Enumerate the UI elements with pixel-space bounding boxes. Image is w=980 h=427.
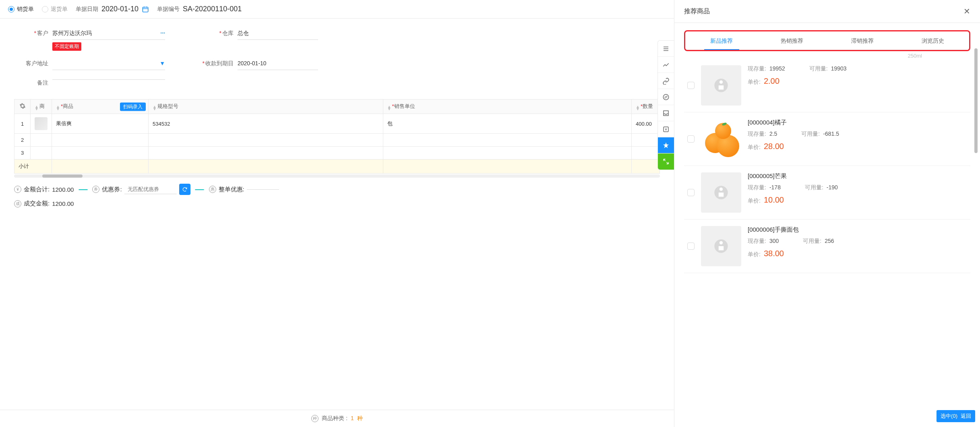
- stock-value: 2.5: [769, 131, 777, 138]
- warehouse-input[interactable]: 总仓: [238, 27, 318, 40]
- row-spec-cell[interactable]: [149, 134, 383, 147]
- coupon-input[interactable]: [124, 184, 177, 194]
- more-dots-icon[interactable]: ···: [160, 28, 165, 38]
- col-spec-header[interactable]: ▲▼规格型号: [149, 99, 383, 114]
- sales-order-panel: 销货单 退货单 单据日期 2020-01-10 单据编号 SA-20200110…: [0, 0, 674, 427]
- col-qty-header[interactable]: ▲▼*数量: [632, 99, 660, 114]
- link-icon: [662, 77, 670, 85]
- customer-input[interactable]: 苏州万达沃尔玛 ···: [52, 27, 165, 40]
- settings-col-header[interactable]: [14, 99, 31, 114]
- address-input[interactable]: ▼: [52, 57, 165, 70]
- doc-date-label: 单据日期: [76, 6, 98, 13]
- expand-tool-button[interactable]: [658, 153, 674, 170]
- kinds-value: 1: [351, 415, 354, 421]
- list-icon: [662, 45, 670, 52]
- selected-return-button[interactable]: 选中(0) 返回: [937, 410, 975, 422]
- product-checkbox[interactable]: [687, 82, 695, 89]
- vertical-scrollbar[interactable]: [974, 48, 978, 407]
- customer-label: 客户: [37, 30, 48, 36]
- row-index: 3: [14, 147, 31, 160]
- radio-checked-icon: [8, 6, 14, 12]
- currency-tool-button[interactable]: ¥: [658, 121, 674, 137]
- col-unit-header[interactable]: ▲▼*销售单位: [383, 99, 631, 114]
- row-thumb-cell[interactable]: [31, 147, 52, 160]
- final-value: 1200.00: [52, 200, 74, 207]
- row-spec-cell[interactable]: 534532: [149, 114, 383, 134]
- doc-date-value[interactable]: 2020-01-10: [101, 5, 139, 13]
- price-label: 单价:: [748, 144, 761, 151]
- tab-1[interactable]: 热销推荐: [757, 33, 827, 50]
- product-checkbox[interactable]: [687, 135, 695, 143]
- horizontal-scrollbar[interactable]: [14, 174, 660, 178]
- refresh-icon: [182, 186, 188, 193]
- partial-spec-text: 250ml: [684, 51, 970, 59]
- star-tool-button[interactable]: [658, 137, 674, 153]
- product-name: [0000006]手撕面包: [748, 226, 967, 234]
- avail-label: 可用量:: [805, 184, 823, 191]
- row-unit-cell[interactable]: [383, 147, 631, 160]
- svg-rect-6: [664, 50, 668, 51]
- row-name-cell[interactable]: [52, 134, 149, 147]
- remark-input[interactable]: [52, 76, 165, 80]
- tabs-highlighted-box: 新品推荐热销推荐滞销推荐浏览历史: [684, 30, 970, 51]
- return-order-label: 退货单: [51, 6, 68, 13]
- link-tool-button[interactable]: [658, 73, 674, 89]
- row-qty-cell[interactable]: 400.00: [632, 114, 660, 134]
- avail-value: 19903: [831, 65, 847, 73]
- gear-icon: [19, 103, 26, 109]
- coupon-label: 优惠券:: [102, 186, 122, 193]
- refresh-button[interactable]: [179, 184, 190, 195]
- list-tool-button[interactable]: [658, 41, 674, 57]
- minus-icon-2: —: [195, 184, 204, 195]
- exchange-icon: [662, 93, 670, 101]
- address-label: 客户地址: [26, 60, 48, 66]
- row-name-cell[interactable]: 果倍爽: [52, 114, 149, 134]
- sales-order-radio[interactable]: 销货单: [8, 6, 34, 13]
- col-img-header[interactable]: ▲▼商: [31, 99, 52, 114]
- footer-summary: 种 商品种类 : 1 种: [0, 410, 674, 427]
- product-checkbox[interactable]: [687, 189, 695, 196]
- stock-value: -178: [769, 184, 781, 191]
- radio-unchecked-icon: [42, 6, 48, 12]
- row-unit-cell[interactable]: 包: [383, 114, 631, 134]
- avail-value: 256: [825, 238, 834, 245]
- product-checkbox[interactable]: [687, 243, 695, 250]
- row-name-cell[interactable]: [52, 147, 149, 160]
- table-row[interactable]: 1 果倍爽 534532 包 400.00: [14, 114, 660, 134]
- row-qty-cell[interactable]: [632, 134, 660, 147]
- inbox-tool-button[interactable]: [658, 105, 674, 121]
- col-product-header[interactable]: ▲▼*商品扫码录入: [52, 99, 149, 114]
- expand-icon: [662, 158, 670, 165]
- calendar-icon[interactable]: [142, 6, 149, 13]
- price-label: 单价:: [748, 251, 761, 258]
- scan-badge[interactable]: 扫码录入: [120, 102, 146, 111]
- table-row[interactable]: 2: [14, 134, 660, 147]
- row-unit-cell[interactable]: [383, 134, 631, 147]
- close-button[interactable]: ✕: [963, 6, 970, 16]
- tab-0[interactable]: 新品推荐: [686, 33, 757, 50]
- order-items-table: ▲▼商 ▲▼*商品扫码录入 ▲▼规格型号 ▲▼*销售单位 ▲▼*数量 1 果倍爽…: [14, 99, 660, 174]
- exchange-tool-button[interactable]: [658, 89, 674, 105]
- due-date-input[interactable]: 2020-01-10: [238, 57, 318, 70]
- tab-2[interactable]: 滞销推荐: [827, 33, 898, 50]
- row-thumb-cell[interactable]: [31, 114, 52, 134]
- table-row[interactable]: 3: [14, 147, 660, 160]
- final-label: 成交金额:: [24, 200, 50, 207]
- chevron-down-icon[interactable]: ▼: [159, 58, 165, 68]
- row-qty-cell[interactable]: [632, 147, 660, 160]
- svg-point-11: [719, 81, 723, 84]
- chart-tool-button[interactable]: [658, 57, 674, 73]
- price-value: 28.00: [764, 142, 784, 151]
- product-list[interactable]: 250ml 现存量:19952 可用量:19903 单价:2.00 [00000…: [674, 51, 980, 427]
- due-date-label: 收款到期日: [205, 60, 234, 66]
- tab-3[interactable]: 浏览历史: [897, 33, 968, 50]
- warehouse-value: 总仓: [238, 28, 249, 38]
- row-spec-cell[interactable]: [149, 147, 383, 160]
- minus-icon: —: [79, 184, 87, 195]
- order-discount-value[interactable]: [247, 189, 279, 190]
- product-name: [0000005]芒果: [748, 172, 967, 180]
- product-item: [0000006]手撕面包 现存量:300 可用量:256 单价:38.00: [684, 220, 970, 273]
- final-icon: 成: [14, 200, 21, 207]
- return-order-radio[interactable]: 退货单: [42, 6, 68, 13]
- row-thumb-cell[interactable]: [31, 134, 52, 147]
